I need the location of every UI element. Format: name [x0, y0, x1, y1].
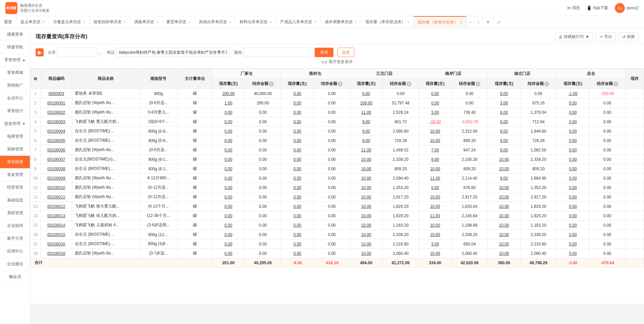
close-icon[interactable]: ×	[156, 20, 158, 24]
c3-amt: 801.72	[382, 117, 419, 127]
c5-amt: 1,353.20	[520, 183, 556, 192]
c5-qty: 10.00	[488, 221, 520, 230]
message-btn[interactable]: ✉ 消息	[567, 5, 580, 11]
info-icon[interactable]: ①	[407, 82, 411, 86]
product-code: 00100012	[41, 202, 72, 211]
table-container[interactable]: ⚙ 商品编码 商品名称 规格型号 主计量单位 厂家仓 陈村仓 江北门店 南岸门店…	[30, 68, 644, 304]
close-icon[interactable]: ×	[314, 20, 316, 24]
sidebar-label: 零售管理	[4, 57, 20, 62]
info-icon[interactable]: ①	[544, 82, 549, 86]
app-download-btn[interactable]: 📱 App下载	[587, 5, 608, 11]
table-row: 15 00100014 飞鹤星飞帆 儿童奶粉 4... (3-6岁适用... 罐…	[31, 221, 644, 230]
sidebar-item-basic[interactable]: 基础信息	[0, 194, 30, 207]
nav-expand-btn[interactable]: ⤢	[493, 16, 504, 28]
c4-qty: 10.00	[419, 202, 451, 211]
tab-partial-check[interactable]: 分量盘点单历史 ×	[49, 16, 90, 28]
c1-amt: 0.00	[245, 183, 281, 192]
sidebar-item-collab[interactable]: 企业协同	[0, 220, 30, 232]
query-btn[interactable]: 查询	[315, 48, 333, 57]
sidebar-item-ecommerce[interactable]: 电商管理	[0, 130, 30, 143]
close-icon[interactable]: ×	[189, 20, 191, 24]
close-icon[interactable]: ×	[408, 20, 410, 24]
summary-label: 合计	[31, 258, 212, 268]
sidebar-item-search[interactable]: 搜索英单	[0, 28, 30, 41]
sidebar-label: 经营管理	[7, 185, 23, 190]
th-code: 商品编码	[41, 69, 72, 89]
c5-amt: 1,829.20	[520, 211, 556, 221]
sidebar-label: 企业协同	[7, 223, 23, 228]
nav-next-arrow[interactable]: ›	[474, 16, 482, 28]
sidebar-item-stock[interactable]: 库存核算	[0, 156, 30, 169]
c2-amt: 0.00	[314, 239, 350, 249]
warehouse-input[interactable]	[57, 48, 97, 57]
close-icon[interactable]: ×	[43, 20, 45, 24]
tab-cost-adjust[interactable]: 成本调整单历史 ×	[321, 16, 361, 28]
c3-qty: 10.00	[350, 211, 382, 221]
refresh-btn[interactable]: ↺ 刷新	[619, 32, 639, 41]
sidebar-item-retail-mall[interactable]: 零售商城	[0, 66, 30, 79]
extra	[626, 155, 644, 164]
expand-conditions-btn[interactable]: ∨∨ 展开更多条件	[36, 59, 639, 65]
c4-amt: 809.20	[451, 164, 488, 174]
sidebar-item-marketing[interactable]: 营销推广	[0, 79, 30, 92]
sidebar-item-retail-stats[interactable]: 零售统计	[0, 105, 30, 118]
tab-finished-inbound[interactable]: 产成品入库单历史 ×	[276, 16, 321, 28]
c3-amt: 2,528.24	[382, 108, 419, 117]
c1-qty: 0.00	[212, 249, 245, 258]
sidebar-item-finance[interactable]: 资金管理	[0, 169, 30, 181]
chevron-down-icon: ∨∨	[321, 60, 327, 64]
tab-stock-status[interactable]: 现存量（库存状况表） ×	[361, 16, 414, 28]
close-icon[interactable]: ×	[229, 20, 231, 24]
color-input[interactable]	[244, 48, 311, 57]
settings-btn[interactable]: 设置	[337, 48, 354, 57]
info-icon[interactable]: ①	[613, 82, 618, 86]
tab-other-outbound[interactable]: 其他出库单历史 ×	[195, 16, 235, 28]
tab-requisition[interactable]: 要货单历史 ×	[162, 16, 195, 28]
sidebar-item-operations[interactable]: 经营管理	[0, 181, 30, 194]
c4-qty: 0.00	[419, 98, 451, 108]
c4-amt: 2,105.28	[451, 155, 488, 164]
table-row: 6 00100005 合生元 (BIOSTIME) ... 400g (0-6.…	[31, 136, 644, 145]
nav-prev-arrow[interactable]: ‹	[466, 16, 474, 28]
goods-input[interactable]	[116, 48, 230, 57]
info-icon[interactable]: ①	[269, 82, 274, 86]
export-btn[interactable]: ↗ 导出	[596, 32, 616, 41]
close-icon[interactable]: ×	[124, 20, 126, 24]
tab-material-outbound[interactable]: 材料出库单历史 ×	[235, 16, 276, 28]
c2-amt: 0.00	[314, 117, 350, 127]
c3-amt: 1,488.52	[382, 145, 419, 155]
sidebar-item-quicknav[interactable]: 快捷导航	[0, 41, 30, 54]
sidebar-item-appstore[interactable]: 应用中心	[0, 245, 30, 258]
close-icon[interactable]: ×	[83, 20, 85, 24]
extra	[626, 89, 644, 98]
info-icon[interactable]: ①	[476, 82, 480, 86]
filter-toggle-btn[interactable]: ▶	[36, 48, 44, 56]
sidebar-item-member[interactable]: 会员中心	[0, 92, 30, 105]
tab-transfer[interactable]: 调拨单历史 ×	[130, 16, 163, 28]
sidebar-item-wholesale[interactable]: 批发管理 ▼	[0, 118, 30, 130]
print-btn[interactable]: 🖨 按模板打印 ▼	[555, 32, 593, 41]
sidebar-item-system[interactable]: 系统管理	[0, 207, 30, 220]
tab-inventory-check[interactable]: 盘点单历史 ×	[16, 16, 49, 28]
tab-home[interactable]: 首页	[0, 16, 16, 28]
tab-stock-distribution[interactable]: 现存量（库存分布表） ×	[414, 16, 466, 28]
sidebar-item-purchase[interactable]: 采购管理	[0, 143, 30, 156]
user-area[interactable]: Ea demo2	[615, 3, 639, 13]
close-icon[interactable]: ×	[355, 20, 357, 24]
close-icon[interactable]: ×	[270, 20, 272, 24]
sidebar-item-wechat[interactable]: 企业微信	[0, 258, 30, 271]
close-icon[interactable]: ×	[460, 20, 462, 24]
sidebar-item-member2[interactable]: 畅会员	[0, 271, 30, 283]
table-row: 17 00100016 合生元 (BIOSTIME) ... 900g (3岁.…	[31, 239, 644, 249]
table-row: 12 00100011 惠氏启智 (Wyeth illu... (6-12月适.…	[31, 192, 644, 202]
top-bar: 标准版 畅捷通好生意 母婴行业演示账套 ✉ 消息 📱 App下载 Ea demo…	[0, 0, 644, 16]
c4-amt: 2,339.20	[451, 230, 488, 239]
close-all-btn[interactable]: ✕	[482, 16, 493, 28]
sidebar-item-guide[interactable]: 新手引导	[0, 232, 30, 245]
extra	[626, 183, 644, 192]
sidebar-label: 批发管理	[4, 121, 20, 126]
sidebar-item-retail-mgmt[interactable]: 零售管理 ▲	[0, 54, 30, 66]
product-name: 惠氏启智 (Wyeth illu...	[72, 145, 140, 155]
info-icon[interactable]: ①	[338, 82, 342, 86]
tab-assembly[interactable]: 组装拆卸单历史 ×	[90, 16, 130, 28]
